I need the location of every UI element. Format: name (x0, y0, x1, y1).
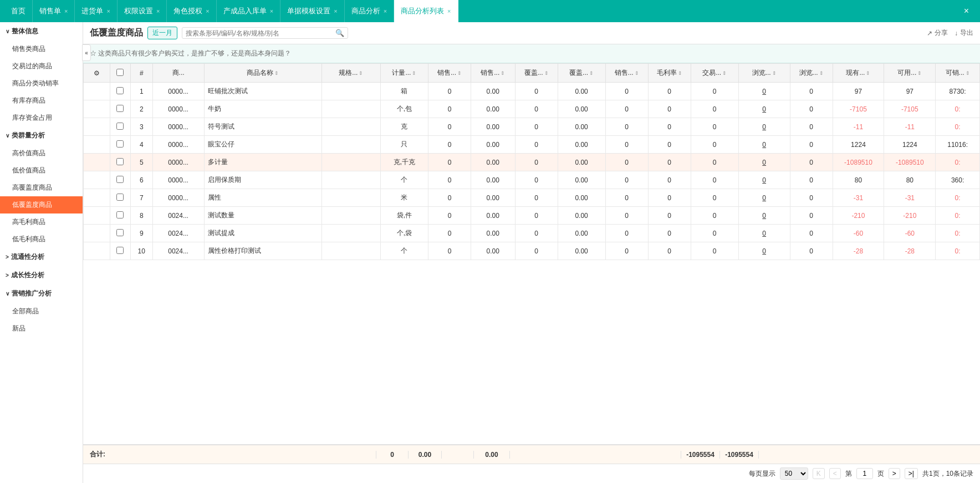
row-checkbox-6[interactable] (116, 194, 124, 201)
cell-trade-row-5: 0 (691, 171, 738, 189)
nav-item-8[interactable]: 商品分析列表 × (394, 0, 458, 22)
select-all-checkbox[interactable] (116, 69, 124, 76)
cell-checkbox-row-6[interactable] (110, 189, 130, 207)
row-checkbox-0[interactable] (116, 87, 124, 94)
first-page-btn[interactable]: K (813, 468, 825, 479)
nav-item-7[interactable]: 商品分析 × (345, 0, 394, 22)
sidebar-item-0-4[interactable]: 库存资金占用 (0, 109, 83, 126)
row-checkbox-7[interactable] (116, 211, 124, 218)
row-checkbox-4[interactable] (116, 158, 124, 165)
cell-view1-row-2[interactable]: 0 (738, 118, 790, 136)
next-page-btn[interactable]: > (889, 468, 900, 479)
sidebar-item-1-3[interactable]: 低覆盖度商品 (0, 196, 83, 213)
cell-checkbox-row-3[interactable] (110, 136, 130, 154)
sidebar-item-0-3[interactable]: 有库存商品 (0, 92, 83, 109)
nav-close-icon-7[interactable]: × (384, 8, 387, 14)
nav-close-icon-5[interactable]: × (270, 8, 273, 14)
settings-icon[interactable]: ⚙ (94, 69, 100, 77)
cell-sales3-row-6: 0 (605, 189, 648, 207)
nav-item-4[interactable]: 角色授权 × (167, 0, 216, 22)
cell-view1-row-5[interactable]: 0 (738, 171, 790, 189)
cell-unit-row-3: 只 (380, 136, 428, 154)
cell-view1-row-6[interactable]: 0 (738, 189, 790, 207)
cell-unit-row-8: 个,袋 (380, 225, 428, 242)
view-link-2[interactable]: 0 (762, 123, 766, 131)
search-input[interactable] (186, 29, 335, 37)
sidebar-section-4[interactable]: ∨ 营销推广分析 (0, 284, 83, 303)
nav-close-icon-6[interactable]: × (334, 8, 337, 14)
last-page-btn[interactable]: >| (905, 468, 918, 479)
cell-checkbox-row-5[interactable] (110, 171, 130, 189)
sidebar-item-1-0[interactable]: 高价值商品 (0, 145, 83, 162)
cell-view1-row-1[interactable]: 0 (738, 100, 790, 118)
sidebar-item-0-1[interactable]: 交易过的商品 (0, 58, 83, 75)
cell-checkbox-row-1[interactable] (110, 100, 130, 118)
cell-checkbox-row-0[interactable] (110, 83, 130, 100)
cell-checkbox-row-8[interactable] (110, 225, 130, 242)
cell-checkbox-row-7[interactable] (110, 207, 130, 225)
sidebar-item-4-0[interactable]: 全部商品 (0, 303, 83, 320)
sidebar-item-1-2[interactable]: 高覆盖度商品 (0, 179, 83, 196)
view-link-6[interactable]: 0 (762, 194, 766, 202)
sidebar-item-1-4[interactable]: 高毛利商品 (0, 213, 83, 231)
cell-view1-row-0[interactable]: 0 (738, 83, 790, 100)
view-link-4[interactable]: 0 (762, 159, 766, 166)
view-link-5[interactable]: 0 (762, 176, 766, 184)
window-close-btn[interactable]: × (957, 6, 976, 16)
cell-view1-row-7[interactable]: 0 (738, 207, 790, 225)
view-link-0[interactable]: 0 (762, 88, 766, 95)
row-checkbox-2[interactable] (116, 123, 124, 130)
sidebar-section-1[interactable]: ∨ 类群量分析 (0, 126, 83, 145)
cell-view1-row-4[interactable]: 0 (738, 154, 790, 171)
page-size-select[interactable]: 2050100200 (780, 467, 808, 480)
cell-checkbox-row-4[interactable] (110, 154, 130, 171)
nav-close-icon-4[interactable]: × (206, 8, 209, 14)
sidebar-item-0-0[interactable]: 销售类商品 (0, 40, 83, 58)
cell-view1-row-8[interactable]: 0 (738, 225, 790, 242)
sidebar-section-3[interactable]: > 成长性分析 (0, 266, 83, 284)
nav-close-icon-2[interactable]: × (106, 8, 110, 14)
nav-item-0[interactable]: 首页 (4, 0, 33, 22)
nav-item-2[interactable]: 进货单 × (75, 0, 117, 22)
row-checkbox-5[interactable] (116, 176, 124, 183)
cell-trade-row-1: 0 (691, 100, 738, 118)
cell-view1-row-9[interactable]: 0 (738, 242, 790, 260)
cell-stock3-row-6: 0: (936, 189, 980, 207)
sidebar-item-0-2[interactable]: 商品分类动销率 (0, 75, 83, 92)
cell-cover1-row-6: 0 (515, 189, 558, 207)
row-checkbox-8[interactable] (116, 229, 124, 236)
col-header-settings[interactable]: ⚙ (84, 64, 110, 83)
nav-close-icon-1[interactable]: × (64, 8, 68, 14)
row-checkbox-9[interactable] (116, 247, 124, 254)
nav-item-3[interactable]: 权限设置 × (118, 0, 167, 22)
nav-item-6[interactable]: 单据模板设置 × (280, 0, 344, 22)
view-link-3[interactable]: 0 (762, 141, 766, 149)
cell-trade-row-9: 0 (691, 242, 738, 260)
nav-close-icon-3[interactable]: × (156, 8, 160, 14)
sidebar-item-1-1[interactable]: 低价值商品 (0, 162, 83, 179)
nav-close-icon-8[interactable]: × (447, 8, 451, 14)
page-number-input[interactable] (856, 468, 873, 479)
share-btn[interactable]: ↗ 分享 (927, 28, 948, 38)
col-header-code: 商... (152, 64, 204, 83)
sidebar-section-0[interactable]: ∨ 整体信息 (0, 22, 83, 40)
sidebar-item-1-5[interactable]: 低毛利商品 (0, 231, 83, 248)
prev-page-btn[interactable]: < (829, 468, 841, 479)
cell-view1-row-3[interactable]: 0 (738, 136, 790, 154)
col-header-checkbox[interactable] (110, 64, 130, 83)
nav-item-5[interactable]: 产成品入库单 × (217, 0, 280, 22)
row-checkbox-3[interactable] (116, 140, 124, 148)
cell-checkbox-row-9[interactable] (110, 242, 130, 260)
sidebar-section-2[interactable]: > 流通性分析 (0, 248, 83, 266)
filter-btn[interactable]: 近一月 (147, 27, 177, 39)
view-link-8[interactable]: 0 (762, 230, 766, 237)
view-link-7[interactable]: 0 (762, 212, 766, 220)
sidebar-collapse-btn[interactable]: « (82, 44, 91, 61)
view-link-1[interactable]: 0 (762, 105, 766, 113)
sidebar-item-4-1[interactable]: 新品 (0, 320, 83, 337)
nav-item-1[interactable]: 销售单 × (33, 0, 75, 22)
cell-checkbox-row-2[interactable] (110, 118, 130, 136)
export-btn[interactable]: ↓ 导出 (955, 28, 973, 38)
view-link-9[interactable]: 0 (762, 247, 766, 255)
row-checkbox-1[interactable] (116, 105, 124, 112)
